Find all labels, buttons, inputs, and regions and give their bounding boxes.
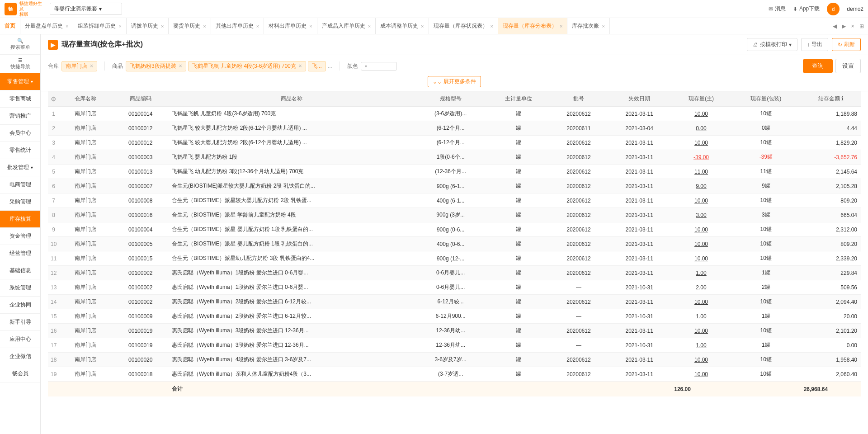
row-qty-main[interactable]: 1.00: [671, 338, 731, 353]
row-qty-main[interactable]: 1.00: [671, 309, 731, 324]
sidebar-item-guide[interactable]: 新手引导: [0, 314, 40, 331]
expand-sidebar-button[interactable]: ▶: [48, 40, 58, 50]
sidebar-quick-nav[interactable]: ☰ 快捷导航: [0, 55, 40, 73]
close-icon[interactable]: ×: [118, 24, 121, 29]
product-tag-1[interactable]: 飞鹤奶粉3段两提装 ×: [126, 61, 186, 71]
row-qty-pkg: 10罐: [731, 222, 801, 237]
search-button[interactable]: 查询: [803, 59, 833, 73]
product-tag-3[interactable]: 飞...: [308, 61, 326, 71]
sidebar-item-enterprise[interactable]: 企业协同: [0, 297, 40, 314]
row-qty-main[interactable]: 9.00: [671, 179, 731, 193]
row-unit: 罐: [487, 222, 550, 237]
row-unit: 罐: [487, 251, 550, 266]
nav-tab-5[interactable]: 其他出库单历史 ×: [211, 18, 264, 34]
row-qty-main[interactable]: 0.00: [671, 121, 731, 136]
row-warehouse: 南岸门店: [59, 179, 112, 193]
refresh-button[interactable]: ↻ 刷新: [832, 38, 861, 51]
export-button[interactable]: ↑ 导出: [801, 38, 828, 51]
message-button[interactable]: ✉ 消息: [769, 5, 786, 13]
sidebar-item-wechat[interactable]: 企业微信: [0, 348, 40, 365]
row-qty-main[interactable]: 10.00: [671, 324, 731, 338]
row-qty-main[interactable]: 2.00: [671, 280, 731, 295]
close-icon[interactable]: ×: [309, 24, 312, 29]
row-qty-main[interactable]: 11.00: [671, 165, 731, 179]
workspace-selector[interactable]: 母婴行业演示账套 ▾: [50, 3, 122, 15]
row-unit: 罐: [487, 338, 550, 353]
nav-tab-9[interactable]: 现存量（库存状况表） ×: [429, 18, 498, 34]
close-icon[interactable]: ×: [602, 24, 604, 29]
col-amount: 结存金额 ℹ: [801, 91, 861, 107]
nav-tab-4[interactable]: 要货单历史 ×: [169, 18, 211, 34]
row-qty-main[interactable]: 10.00: [671, 222, 731, 237]
close-icon[interactable]: ×: [368, 24, 371, 29]
row-amount: 2,145.64: [801, 165, 861, 179]
row-warehouse: 南岸门店: [59, 295, 112, 309]
close-icon[interactable]: ×: [256, 24, 259, 29]
close-icon[interactable]: ×: [491, 24, 493, 29]
remove-product-tag-1[interactable]: ×: [179, 63, 182, 69]
print-button[interactable]: 🖨 按模板打印 ▾: [747, 38, 797, 51]
sidebar-item-ecommerce[interactable]: 电商管理: [0, 176, 40, 193]
nav-tab-8[interactable]: 成本调整单历史 ×: [376, 18, 429, 34]
sidebar-item-finance[interactable]: 资金管理: [0, 228, 40, 245]
close-icon[interactable]: ×: [161, 24, 164, 29]
remove-product-tag-2[interactable]: ×: [299, 63, 302, 69]
nav-prev-arrow[interactable]: ◀: [830, 22, 839, 31]
sidebar-item-wholesale[interactable]: 批发管理▾: [0, 159, 40, 176]
sidebar-item-marketing[interactable]: 营销推广: [0, 108, 40, 125]
sidebar-item-member[interactable]: 会员中心: [0, 125, 40, 142]
nav-tab-6[interactable]: 材料出库单历史 ×: [264, 18, 317, 34]
close-icon[interactable]: ×: [203, 24, 206, 29]
row-qty-main[interactable]: 10.00: [671, 136, 731, 150]
close-icon[interactable]: ×: [66, 24, 68, 29]
row-qty-main[interactable]: 10.00: [671, 251, 731, 266]
color-filter-input[interactable]: ▾: [361, 62, 397, 71]
product-tag-2[interactable]: 飞鹤星飞帆 儿童奶粉 4段(3-6岁适用) 700克 ×: [188, 61, 306, 71]
row-qty-main[interactable]: 10.00: [671, 295, 731, 309]
row-qty-main[interactable]: 1.00: [671, 266, 731, 280]
warehouse-tag-1[interactable]: 南岸门店 ×: [61, 61, 97, 71]
sidebar-item-retail-stats[interactable]: 零售统计: [0, 142, 40, 159]
nav-tab-home[interactable]: 首页: [0, 18, 20, 34]
nav-next-arrow[interactable]: ▶: [839, 22, 848, 31]
row-qty-main[interactable]: 3.00: [671, 208, 731, 222]
row-qty-main[interactable]: 10.00: [671, 367, 731, 382]
sidebar-item-inventory[interactable]: 库存核算: [0, 211, 40, 228]
close-icon[interactable]: ×: [560, 24, 562, 29]
row-qty-main[interactable]: 10.00: [671, 193, 731, 208]
row-qty-main[interactable]: -39.00: [671, 150, 731, 165]
row-qty-main[interactable]: 10.00: [671, 353, 731, 367]
sidebar-item-retail-shop[interactable]: 零售商城: [0, 90, 40, 108]
expand-conditions-button[interactable]: ⌄⌄ 展开更多条件: [428, 76, 481, 87]
nav-tab-11[interactable]: 库存批次账 ×: [567, 18, 609, 34]
sidebar-item-operations[interactable]: 经营管理: [0, 245, 40, 262]
remove-warehouse-tag[interactable]: ×: [90, 63, 93, 69]
nav-close-arrow[interactable]: ×: [848, 22, 857, 31]
row-batch: 20200612: [550, 353, 608, 367]
row-qty-main[interactable]: 10.00: [671, 107, 731, 121]
nav-tab-1[interactable]: 分量盘点单历史 ×: [20, 18, 73, 34]
close-icon[interactable]: ×: [421, 24, 424, 29]
settings-icon[interactable]: ⚙: [51, 95, 57, 103]
user-name: demo2: [847, 6, 863, 12]
nav-tab-7[interactable]: 产成品入库单历史 ×: [317, 18, 376, 34]
sidebar-item-purchase[interactable]: 采购管理: [0, 193, 40, 211]
settings-button[interactable]: 设置: [835, 59, 861, 73]
more-tags-dots[interactable]: ...: [328, 63, 332, 69]
avatar[interactable]: d: [827, 3, 840, 15]
app-download-button[interactable]: ⬇ App下载: [793, 5, 820, 13]
sidebar-item-retail-mgmt[interactable]: 零售管理▾: [0, 73, 40, 90]
sidebar-search[interactable]: 🔍 搜索菜单: [0, 34, 40, 55]
nav-tab-10[interactable]: 现存量（库存分布表） ×: [498, 18, 567, 34]
nav-tab-2[interactable]: 组装拆卸单历史 ×: [73, 18, 126, 34]
nav-menu-arrow[interactable]: ⊞: [857, 22, 866, 31]
sidebar-item-vip[interactable]: 畅会员: [0, 365, 40, 382]
sidebar-item-system[interactable]: 系统管理: [0, 279, 40, 297]
row-qty-main[interactable]: 10.00: [671, 237, 731, 251]
row-qty-pkg: 2罐: [731, 280, 801, 295]
row-expire: 2021-03-11: [607, 165, 671, 179]
nav-tab-3[interactable]: 调拨单历史 ×: [127, 18, 169, 34]
sidebar-item-basic-info[interactable]: 基础信息: [0, 262, 40, 279]
sidebar-item-app-center[interactable]: 应用中心: [0, 331, 40, 348]
col-settings[interactable]: ⚙: [48, 91, 59, 107]
